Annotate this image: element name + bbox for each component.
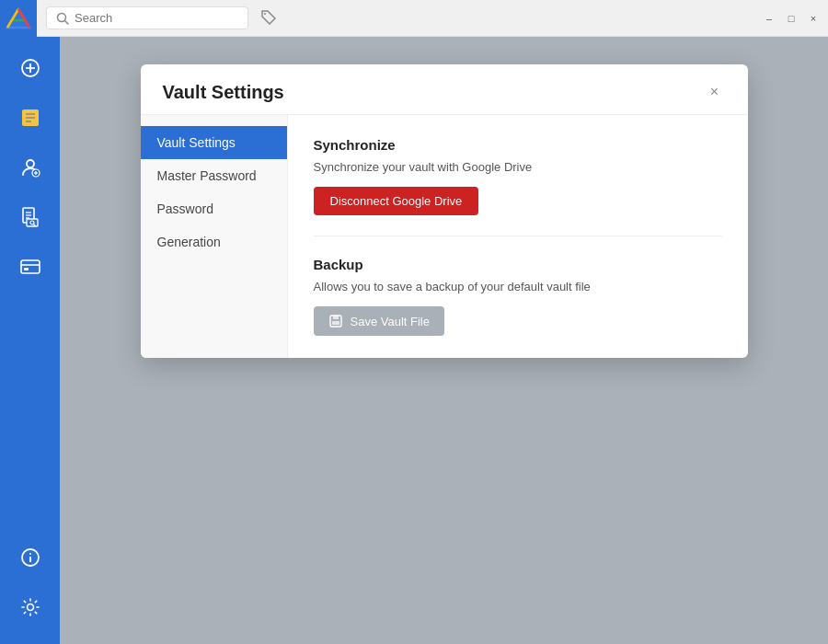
nav-item-master-password[interactable]: Master Password: [141, 159, 287, 192]
sidebar-item-add[interactable]: [8, 46, 52, 90]
sidebar-item-user[interactable]: [8, 145, 52, 190]
svg-rect-35: [332, 321, 339, 325]
modal-close-button[interactable]: ×: [704, 81, 726, 103]
svg-line-6: [65, 20, 69, 24]
svg-point-15: [27, 160, 34, 167]
nav-item-generation[interactable]: Generation: [141, 225, 287, 259]
title-bar-tag: [259, 8, 276, 29]
svg-rect-28: [24, 268, 29, 270]
sidebar-item-info[interactable]: [8, 535, 52, 580]
main-layout: Vault Settings × Vault Settings Master P…: [0, 37, 828, 644]
section-divider: [314, 236, 722, 236]
sidebar-item-documents[interactable]: [8, 195, 52, 239]
window-close-button[interactable]: ×: [806, 11, 821, 26]
backup-title: Backup: [314, 257, 722, 272]
synchronize-desc: Synchronize your vault with Google Drive: [314, 160, 722, 174]
svg-rect-26: [21, 260, 40, 273]
svg-point-32: [27, 604, 33, 611]
search-bar[interactable]: [46, 6, 248, 29]
sidebar: [0, 37, 60, 644]
save-vault-file-button[interactable]: Save Vault File: [314, 306, 444, 336]
modal-overlay: Vault Settings × Vault Settings Master P…: [60, 37, 828, 644]
sidebar-item-card[interactable]: [8, 245, 52, 289]
svg-point-7: [264, 13, 266, 15]
title-bar: – □ ×: [0, 0, 828, 37]
disconnect-google-drive-button[interactable]: Disconnect Google Drive: [314, 187, 479, 215]
maximize-button[interactable]: □: [784, 11, 799, 26]
save-vault-file-label: Save Vault File: [351, 315, 430, 328]
svg-rect-34: [333, 316, 339, 319]
search-input[interactable]: [75, 11, 238, 25]
svg-marker-1: [7, 9, 29, 28]
content-area: Vault Settings × Vault Settings Master P…: [60, 37, 828, 644]
save-icon: [328, 314, 343, 328]
modal-body: Vault Settings Master Password Password …: [141, 115, 748, 358]
nav-item-vault-settings[interactable]: Vault Settings: [141, 126, 287, 159]
modal-header: Vault Settings ×: [141, 64, 748, 115]
sidebar-item-notes[interactable]: [8, 96, 52, 140]
sidebar-item-settings[interactable]: [8, 585, 52, 629]
modal-sidebar: Vault Settings Master Password Password …: [141, 115, 288, 358]
svg-rect-23: [27, 219, 38, 226]
title-bar-controls: – □ ×: [762, 11, 821, 26]
title-bar-left: [0, 0, 762, 37]
modal-dialog: Vault Settings × Vault Settings Master P…: [141, 64, 748, 358]
modal-content: Synchronize Synchronize your vault with …: [288, 115, 748, 358]
modal-title: Vault Settings: [163, 82, 284, 103]
synchronize-title: Synchronize: [314, 137, 722, 153]
app-logo: [0, 0, 37, 37]
svg-point-31: [29, 553, 31, 555]
minimize-button[interactable]: –: [762, 11, 776, 26]
nav-item-password[interactable]: Password: [141, 192, 287, 225]
search-icon: [56, 12, 69, 25]
backup-desc: Allows you to save a backup of your defa…: [314, 280, 722, 293]
